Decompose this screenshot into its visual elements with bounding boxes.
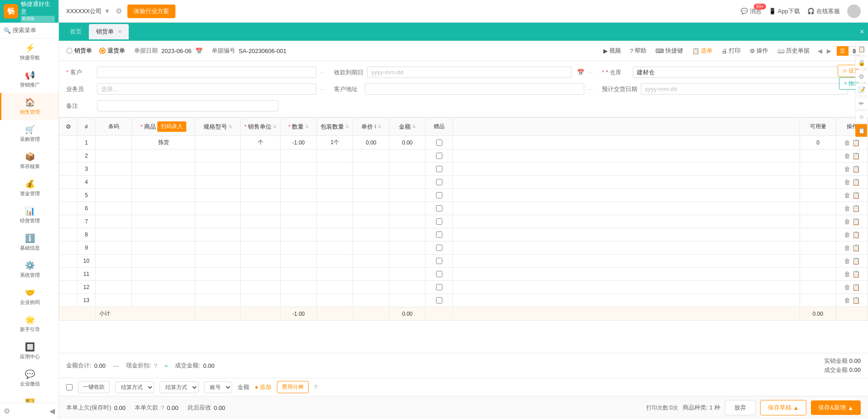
print-btn[interactable]: 🖨 打印 [719,45,743,56]
salesperson-input[interactable] [97,83,316,95]
trial-button[interactable]: 体验行业方案 [127,5,175,18]
shortcut-btn[interactable]: ⌨ 快捷键 [653,45,686,56]
sidebar-item-quicknav[interactable]: ⚡ 快捷导航 [0,39,58,66]
customer-input[interactable] [97,67,316,78]
rfloat-orange[interactable]: 📋 [855,124,867,137]
app-download-action[interactable]: 📱 App下载 [769,7,800,15]
gift-checkbox-3[interactable] [436,179,442,185]
salesperson-more-icon[interactable]: ··· [320,86,325,92]
delete-icon-3[interactable]: 🗑 [844,178,850,186]
online-service-action[interactable]: 🎧 在线客服 [807,7,840,15]
gift-checkbox-9[interactable] [436,258,442,264]
rfloat-clipboard[interactable]: 📋 [855,43,867,55]
gift-checkbox-0[interactable] [436,140,442,146]
next-arrow[interactable]: ▶ [825,47,833,55]
delete-icon-0[interactable]: 🗑 [844,139,850,146]
account-select[interactable]: 结算方式 [160,381,199,393]
delete-icon-10[interactable]: 🗑 [844,270,850,278]
tab-close-icon[interactable]: × [118,28,122,35]
delete-icon-6[interactable]: 🗑 [844,218,850,225]
sidebar-item-member[interactable]: 🎫 畅会员 [0,392,58,403]
radio-sales[interactable]: 销货单 [66,47,92,55]
help-btn[interactable]: ? 帮助 [627,45,649,56]
delete-icon-4[interactable]: 🗑 [844,192,850,199]
gift-checkbox-5[interactable] [436,205,442,212]
customer-addr-input[interactable] [365,83,584,95]
gift-checkbox-11[interactable] [436,284,442,290]
sidebar-settings-icon[interactable]: ⚙ [4,407,10,415]
sidebar-collapse-icon[interactable]: ◀ [49,407,55,415]
rfloat-note[interactable]: 📝 [855,83,867,96]
rfloat-star[interactable]: ☆ [855,111,867,123]
save-new-button[interactable]: 保存&新增 ▲ [811,400,861,415]
delete-icon-11[interactable]: 🗑 [844,284,850,291]
company-selector[interactable]: XXXXXX公司 ▼ [66,7,110,15]
video-btn[interactable]: ▶ 视频 [601,45,624,56]
gift-checkbox-6[interactable] [436,218,442,225]
payment-date-icon[interactable]: 📅 [577,69,584,76]
add-payment-btn[interactable]: ● 添加 [255,383,272,391]
one-click-checkbox[interactable] [66,384,73,390]
sidebar-item-wechat[interactable]: 💬 企业微信 [0,365,58,392]
rfloat-lock[interactable]: 🔒 [855,56,867,69]
history-btn[interactable]: 📖 历史单据 [775,45,812,56]
fee-help-icon[interactable]: ? [314,384,317,390]
sidebar-search[interactable]: 🔍 搜索菜单 [0,23,58,39]
payment-date-input[interactable] [367,67,572,78]
radio-return[interactable]: 退货单 [99,47,125,55]
payment-more-icon[interactable]: ··· [588,69,593,76]
discard-button[interactable]: 放弃 [725,400,756,415]
gift-checkbox-8[interactable] [436,245,442,251]
delete-icon-12[interactable]: 🗑 [844,297,850,304]
delete-icon-8[interactable]: 🗑 [844,244,850,251]
save-draft-button[interactable]: 保存草稿 ▲ [760,400,807,415]
sidebar-item-finance[interactable]: 💰 资金管理 [0,174,58,202]
th-gear[interactable]: ⚙ [59,118,78,136]
sidebar-item-base[interactable]: ℹ️ 基础信息 [0,229,58,256]
delete-icon-7[interactable]: 🗑 [844,231,850,238]
warehouse-input[interactable] [633,67,852,78]
sidebar-item-collab[interactable]: 🤝 企业协同 [0,283,58,310]
sidebar-item-purchase[interactable]: 🛒 采购管理 [0,120,58,147]
gift-checkbox-10[interactable] [436,271,442,277]
expected-date-input[interactable] [641,83,848,95]
select-btn[interactable]: 📋 选单 [689,45,715,56]
help-icon-debt[interactable]: ? [161,405,164,411]
tab-sales-order[interactable]: 销货单 × [89,24,129,39]
calendar-icon[interactable]: 📅 [195,48,203,54]
sidebar-item-guide[interactable]: 🌟 新手引导 [0,310,58,337]
gift-checkbox-4[interactable] [436,192,442,198]
rfloat-circle[interactable]: ⊙ [855,70,867,82]
gift-checkbox-2[interactable] [436,166,442,172]
account-num-select[interactable]: 账号 [204,381,232,393]
gift-checkbox-12[interactable] [436,297,442,303]
delete-icon-9[interactable]: 🗑 [844,257,850,265]
sidebar-item-marketing[interactable]: 📢 营销推广 [0,66,58,93]
close-tab-button[interactable]: × [859,27,864,37]
sidebar-item-business[interactable]: 📊 经营管理 [0,202,58,229]
delete-icon-2[interactable]: 🗑 [844,165,850,173]
settlement-select[interactable]: 结算方式 [115,381,154,393]
delete-icon-1[interactable]: 🗑 [844,152,850,159]
addr-more-icon[interactable]: ··· [588,86,593,92]
tab-home[interactable]: 首页 [63,24,89,39]
sidebar-item-sales[interactable]: 🏠 销售管理 [0,93,58,120]
prev-arrow[interactable]: ◀ [816,47,824,55]
sidebar-item-appstore[interactable]: 🔲 应用中心 [0,337,58,365]
user-avatar[interactable] [847,5,861,18]
gift-checkbox-1[interactable] [436,153,442,159]
messages-action[interactable]: 💬 消息 99+ [741,7,761,15]
sidebar-item-inventory[interactable]: 📦 库存核算 [0,147,58,174]
discount-help-icon[interactable]: ? [154,362,157,369]
sidebar-item-system[interactable]: ⚙️ 系统管理 [0,256,58,283]
remarks-input[interactable] [97,100,278,111]
eq-sign[interactable]: = [165,362,168,369]
gift-checkbox-7[interactable] [436,231,442,238]
one-click-payment-btn[interactable]: 一键收款 [78,381,110,393]
scan-button[interactable]: 扫码录入 [157,121,186,132]
list-view-btn[interactable]: ☰ [837,46,849,56]
fee-split-btn[interactable]: 费用分摊 [277,381,309,393]
rfloat-pencil[interactable]: ✏ [855,97,867,110]
delete-icon-5[interactable]: 🗑 [844,205,850,212]
customer-more-icon[interactable]: ··· [320,69,325,76]
